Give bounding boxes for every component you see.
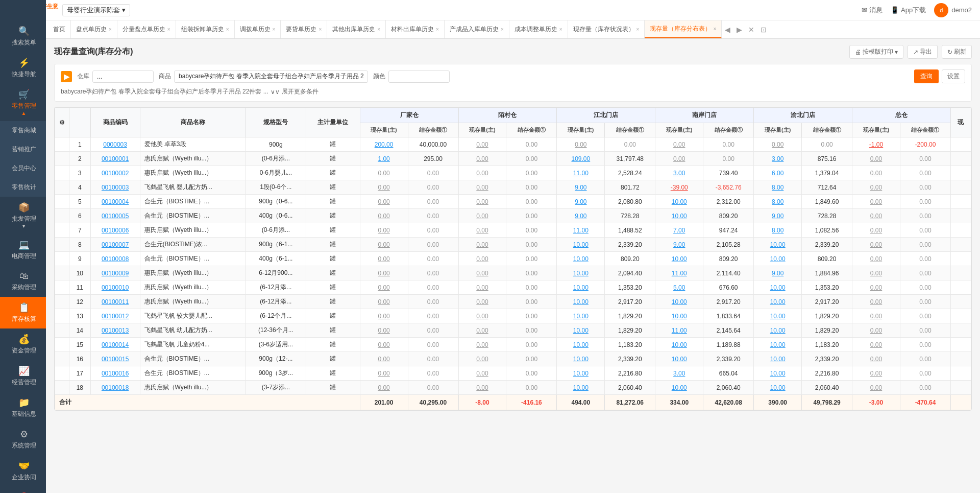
tab-material-out-close[interactable]: ×	[436, 27, 439, 32]
sidebar-item-marketing[interactable]: 营销推广	[0, 140, 46, 159]
tab-other-out-label: 其他出库单历史	[332, 25, 375, 34]
product-code[interactable]: 00100011	[90, 295, 140, 309]
user-area[interactable]: d demo2	[934, 3, 972, 17]
export-btn[interactable]: ↗ 导出	[908, 45, 938, 59]
product-code[interactable]: 00100010	[90, 280, 140, 295]
product-code[interactable]: 00100005	[90, 209, 140, 223]
tab-home[interactable]: 首页	[48, 20, 71, 38]
tab-stock-status-close[interactable]: ×	[636, 27, 640, 32]
tab-order[interactable]: 要货单历史 ×	[281, 20, 327, 38]
sidebar-label-operation: 经营管理	[12, 378, 36, 387]
sidebar-item-collab[interactable]: 🤝 企业协同	[0, 455, 46, 487]
col-nanan-qty: 现存量(主)	[655, 123, 703, 137]
col-settings: ⚙	[55, 108, 69, 137]
tab-stocktake[interactable]: 盘点单历史 ×	[71, 20, 117, 38]
product-code[interactable]: 00100018	[90, 381, 140, 395]
product-code[interactable]: 0000003	[90, 137, 140, 152]
app-download-btn[interactable]: 📱 App下载	[891, 6, 926, 15]
sidebar-item-purchase[interactable]: 🛍 采购管理	[0, 266, 46, 297]
basic-icon: 📁	[18, 397, 30, 408]
sidebar-item-wholesale[interactable]: 📦 批发管理 ▾	[0, 197, 46, 234]
table-row: 200100001惠氏启赋（Wyeth illu...）(0-6月添...罐1.…	[55, 152, 971, 166]
tab-assembly-close[interactable]: ×	[226, 27, 229, 32]
username: demo2	[951, 6, 972, 14]
tab-material-out[interactable]: 材料出库单历史 ×	[386, 20, 445, 38]
sidebar-item-retail-stats[interactable]: 零售统计	[0, 178, 46, 197]
tab-partial-stock-close[interactable]: ×	[167, 27, 170, 32]
tab-other-out[interactable]: 其他出库单历史 ×	[327, 20, 386, 38]
tab-order-close[interactable]: ×	[318, 27, 322, 32]
tab-transfer[interactable]: 调拨单历史 ×	[235, 20, 281, 38]
product-code[interactable]: 00100016	[90, 366, 140, 381]
expand-more-btn[interactable]: ∨∨ 展开更多条件	[271, 87, 318, 96]
product-code[interactable]: 00100004	[90, 195, 140, 209]
sidebar-item-system[interactable]: ⚙ 系统管理	[0, 424, 46, 455]
app-download-label: App下载	[901, 6, 926, 15]
product-code[interactable]: 00100006	[90, 223, 140, 238]
sidebar-item-nav[interactable]: ⚡ 快捷导航	[0, 52, 46, 84]
sidebar-label-system: 系统管理	[12, 441, 36, 450]
tab-stock-dist[interactable]: 现存量（库存分布表） ×	[645, 20, 722, 38]
tab-partial-stock[interactable]: 分量盘点单历史 ×	[117, 20, 176, 38]
table-wrapper[interactable]: ⚙ 商品编码 商品名称 规格型号 主计量单位 厂家仓 陌村仓 江北门店 南岸门店…	[54, 107, 972, 411]
product-code[interactable]: 00100013	[90, 323, 140, 338]
message-label: 消息	[869, 6, 883, 15]
product-code[interactable]: 00100012	[90, 309, 140, 323]
product-code[interactable]: 00100003	[90, 180, 140, 195]
tab-cost-adjust-close[interactable]: ×	[559, 27, 562, 32]
message-btn[interactable]: ✉ 消息	[862, 6, 883, 15]
goods-input[interactable]	[174, 71, 368, 83]
tab-transfer-close[interactable]: ×	[273, 27, 276, 32]
sidebar-item-ecom[interactable]: 💻 电商管理	[0, 234, 46, 266]
print-btn[interactable]: 🖨 按模版打印 ▾	[849, 45, 903, 59]
tab-stocktake-close[interactable]: ×	[109, 27, 112, 32]
sidebar-item-retail[interactable]: 🛒 零售管理 ▲	[0, 84, 46, 121]
sidebar-item-mall[interactable]: 零售商城	[0, 121, 46, 140]
expand-arrow: ▲	[21, 110, 27, 116]
sidebar: 🔍 搜索英单 ⚡ 快捷导航 🛒 零售管理 ▲ 零售商城 营销推广 会员中心 零售…	[0, 0, 46, 493]
sidebar-item-inventory[interactable]: 📋 库存核算	[0, 297, 46, 328]
tab-assembly[interactable]: 组装拆卸单历史 ×	[176, 20, 235, 38]
store-selector[interactable]: 母婴行业演示陈套 ▾	[62, 4, 130, 16]
col-yubei-amt: 结存金额①	[802, 123, 852, 137]
tab-stock-dist-close[interactable]: ×	[713, 26, 716, 32]
tab-other-out-close[interactable]: ×	[377, 27, 380, 32]
table-row: 1400100013飞鹤星飞帆 幼儿配方奶...(12-36个月...罐0.00…	[55, 323, 971, 338]
product-code[interactable]: 00100008	[90, 252, 140, 266]
tab-prev[interactable]: ◀	[722, 26, 733, 34]
store-name: 母婴行业演示陈套	[67, 6, 120, 15]
tab-product-in[interactable]: 产成品入库单历史 ×	[445, 20, 509, 38]
tab-close-all[interactable]: ✕	[745, 26, 757, 34]
product-code[interactable]: 00100014	[90, 338, 140, 352]
product-code[interactable]: 00100007	[90, 238, 140, 252]
col-spec: 规格型号	[246, 108, 306, 137]
sidebar-item-member[interactable]: 会员中心	[0, 159, 46, 178]
product-code[interactable]: 00100015	[90, 352, 140, 366]
color-input[interactable]	[388, 71, 450, 83]
tab-expand[interactable]: ⊡	[757, 26, 770, 34]
warehouse-input[interactable]	[92, 71, 154, 83]
sidebar-item-basic[interactable]: 📁 基础信息	[0, 392, 46, 424]
product-code[interactable]: 00100009	[90, 266, 140, 280]
sidebar-item-finance[interactable]: 💰 资金管理	[0, 328, 46, 360]
thead-group-row: ⚙ 商品编码 商品名称 规格型号 主计量单位 厂家仓 陌村仓 江北门店 南岸门店…	[55, 108, 971, 123]
sidebar-item-operation[interactable]: 📈 经营管理	[0, 360, 46, 392]
query-btn[interactable]: 查询	[914, 69, 939, 83]
table-row: 700100006惠氏启赋（Wyeth illu...）(0-6月添...罐0.…	[55, 223, 971, 238]
sidebar-item-search[interactable]: 🔍 搜索英单	[0, 20, 46, 52]
tab-order-label: 要货单历史	[286, 25, 316, 34]
tab-stock-status[interactable]: 现存量（库存状况表） ×	[568, 20, 645, 38]
expand-filter-btn[interactable]: ▶	[61, 71, 72, 82]
tab-product-in-close[interactable]: ×	[501, 27, 504, 32]
setting-btn[interactable]: 设置	[942, 69, 965, 83]
sidebar-item-guide[interactable]: ❓ 新手引导	[0, 487, 46, 493]
product-code[interactable]: 00100001	[90, 152, 140, 166]
refresh-btn[interactable]: ↻ 刷新	[942, 45, 972, 59]
tab-next[interactable]: ▶	[733, 26, 745, 34]
col-mocun-amt: 结存金额①	[506, 123, 557, 137]
filter-row: ▶ 仓库 商品 颜色 查询	[61, 69, 965, 83]
tab-cost-adjust[interactable]: 成本调整单历史 ×	[509, 20, 568, 38]
table-row: 1500100014飞鹤星飞帆 儿童奶粉4...(3-6岁适用...罐0.000…	[55, 338, 971, 352]
product-code[interactable]: 00100002	[90, 166, 140, 180]
retail-icon: 🛒	[18, 89, 30, 100]
